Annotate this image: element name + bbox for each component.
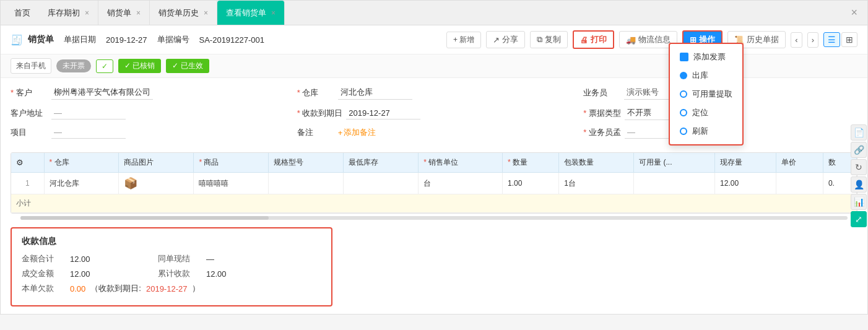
dropdown-available-qty[interactable]: 可用量提取 [670, 85, 742, 103]
date-value: 2019-12-27 [106, 35, 147, 45]
list-view-button[interactable]: ☰ [823, 32, 840, 47]
staff-value: 演示账号 [624, 85, 674, 100]
amount-label: 金额合计 [22, 253, 65, 264]
tab-view-sales[interactable]: 查看销货单 × [217, 1, 285, 25]
col-image: 商品图片 [119, 153, 194, 173]
doc-title-section: 🧾 销货单 [11, 34, 54, 46]
new-button[interactable]: + 新增 [446, 32, 481, 48]
effective-button[interactable]: ✓ 已生效 [166, 59, 209, 73]
square-icon [680, 53, 688, 61]
staff-label: 业务员 [583, 87, 620, 98]
payment-title: 收款信息 [22, 236, 321, 247]
table-subtotal-row: 小计 [11, 194, 857, 213]
close-icon[interactable]: × [85, 9, 89, 17]
customer-value[interactable]: 柳州粤港平安气体有限公司 [51, 85, 153, 100]
dropdown-refresh[interactable]: 刷新 [670, 122, 742, 141]
phone-button[interactable]: 来自手机 [11, 58, 51, 74]
close-icon[interactable]: × [136, 9, 141, 17]
warehouse-value[interactable]: 河北仓库 [338, 85, 412, 100]
row-unit: 台 [419, 173, 503, 194]
col-min-stock: 最低库存 [344, 153, 419, 173]
col-settings[interactable]: ⚙ [11, 153, 44, 173]
dropdown-locate[interactable]: 定位 [670, 103, 742, 122]
col-unit: 销售单位 [419, 153, 503, 173]
tab-inventory[interactable]: 库存期初 × [39, 1, 98, 25]
date-label: 单据日期 [64, 34, 96, 45]
logistics-icon: 🚚 [626, 35, 636, 45]
customer-label: 客户 [11, 87, 48, 98]
prev-button[interactable]: ‹ [791, 32, 802, 48]
number-label: 单据编号 [157, 34, 189, 45]
cumulative-label: 累计收款 [158, 268, 201, 279]
next-button[interactable]: › [807, 32, 818, 48]
doc-meta: 单据日期 2019-12-27 单据编号 SA-20191227-001 [64, 34, 264, 45]
col-product: 商品 [194, 153, 269, 173]
product-table-container: ⚙ 仓库 商品图片 商品 规格型号 最低库存 销售单位 数量 包装数量 可用量 … [11, 152, 857, 214]
warehouse-label: 仓库 [297, 87, 334, 98]
ok-button[interactable]: ✓ [96, 59, 113, 73]
tab-home[interactable]: 首页 [6, 2, 39, 24]
right-panel-icon-5[interactable]: 📊 [851, 194, 867, 210]
payment-owed-item: 本单欠款 0.00 （收款到期日: 2019-12-27 ） [22, 283, 200, 294]
scroll-indicator [11, 216, 857, 220]
payment-row-2: 成交金额 12.00 累计收款 12.00 [22, 268, 321, 279]
scroll-bar[interactable] [20, 216, 848, 220]
warehouse-field: 仓库 河北仓库 [297, 85, 571, 100]
payment-cumulative-item: 累计收款 12.00 [158, 268, 269, 279]
customer-field: 客户 柳州粤港平安气体有限公司 [11, 85, 285, 100]
not-open-button[interactable]: 未开票 [56, 59, 91, 72]
table-header-row: ⚙ 仓库 商品图片 商品 规格型号 最低库存 销售单位 数量 包装数量 可用量 … [11, 153, 857, 173]
product-table: ⚙ 仓库 商品图片 商品 规格型号 最低库存 销售单位 数量 包装数量 可用量 … [11, 153, 857, 213]
checked-button[interactable]: ✓ 已核销 [118, 59, 161, 73]
row-qty: 1.00 [503, 173, 559, 194]
payment-deal-item: 成交金额 12.00 [22, 268, 133, 279]
dropdown-outbound[interactable]: 出库 [670, 66, 742, 85]
same-settle-label: 同单现结 [158, 253, 201, 264]
copy-icon: ⧉ [537, 35, 542, 45]
tab-sales[interactable]: 销货单 × [98, 1, 150, 25]
owed-close: ） [192, 283, 200, 294]
payment-row-3: 本单欠款 0.00 （收款到期日: 2019-12-27 ） [22, 283, 321, 294]
share-icon: ↗ [493, 35, 500, 45]
right-panel-icon-1[interactable]: 📄 [851, 124, 867, 141]
address-label: 客户地址 [11, 108, 48, 119]
add-note-button[interactable]: 添加备注 [338, 127, 376, 138]
close-icon[interactable]: × [271, 9, 276, 17]
address-field: 客户地址 — [11, 107, 285, 119]
grid-view-button[interactable]: ⊞ [841, 32, 857, 47]
col-price: 单价 [776, 153, 823, 173]
project-label: 项目 [11, 127, 48, 138]
doc-icon: 🧾 [11, 34, 23, 46]
row-warehouse: 河北仓库 [44, 173, 119, 194]
owed-label: 本单欠款 [22, 283, 65, 294]
dropdown-add-invoice[interactable]: 添加发票 [670, 48, 742, 66]
copy-button[interactable]: ⧉ 复制 [530, 31, 568, 48]
owed-suffix: （收款到期日: [90, 283, 141, 294]
due-date-value[interactable]: 2019-12-27 [346, 107, 420, 119]
right-panel-icon-4[interactable]: 👤 [851, 176, 867, 193]
share-button[interactable]: ↗ 分享 [486, 31, 525, 48]
window-close-button[interactable]: × [846, 6, 862, 19]
due-date-field: 收款到期日 2019-12-27 [297, 107, 571, 119]
deal-label: 成交金额 [22, 268, 65, 279]
right-panel: 📄 🔗 ↻ 👤 📊 ⤢ [850, 124, 867, 227]
project-value: — [51, 126, 126, 139]
print-button[interactable]: 🖨 打印 [573, 30, 614, 49]
row-pack-qty: 1台 [559, 173, 634, 194]
note-field: 备注 添加备注 [297, 127, 571, 138]
project-field: 项目 — [11, 126, 285, 139]
right-panel-icon-2[interactable]: 🔗 [851, 142, 867, 158]
close-icon[interactable]: × [204, 9, 208, 17]
right-panel-icon-6[interactable]: ⤢ [851, 211, 867, 227]
col-warehouse: 仓库 [44, 153, 119, 173]
col-available: 可用量 (... [634, 153, 715, 173]
table-row: 1 河北仓库 📦 嘻嘻嘻嘻 台 1.00 1台 12.00 0. [11, 173, 857, 194]
owed-value: 0.00 [70, 284, 85, 293]
tab-sales-history[interactable]: 销货单历史 × [150, 1, 217, 25]
operate-dropdown: 添加发票 出库 可用量提取 定位 刷新 [669, 43, 744, 145]
row-current: 12.00 [715, 173, 776, 194]
right-panel-icon-3[interactable]: ↻ [851, 159, 867, 175]
circle-outline-icon [680, 109, 687, 116]
payment-amount-item: 金额合计 12.00 [22, 253, 133, 264]
payment-same-settle-item: 同单现结 — [158, 253, 269, 264]
